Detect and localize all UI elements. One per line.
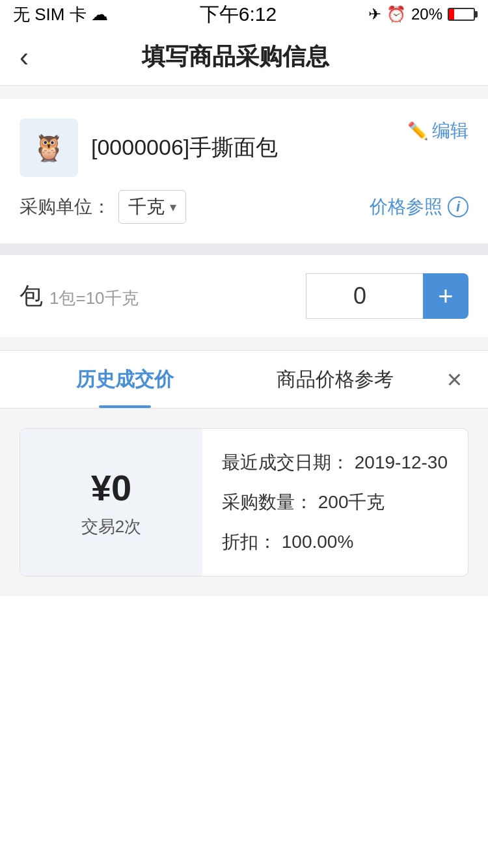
history-left-panel: ¥0 交易2次 — [20, 429, 202, 576]
price-ref-button[interactable]: 价格参照 i — [370, 195, 468, 219]
recent-date-value: 2019-12-30 — [355, 452, 448, 472]
history-section: ¥0 交易2次 最近成交日期： 2019-12-30 采购数量： 200千克 折… — [0, 409, 488, 596]
product-bottom-row: 采购单位： 千克 ▾ 价格参照 i — [20, 190, 468, 224]
purchase-qty-value: 200千克 — [318, 492, 385, 512]
purchase-qty-row: 采购数量： 200千克 — [222, 488, 448, 517]
status-time: 下午6:12 — [200, 1, 277, 28]
status-bar: 无 SIM 卡 ☁ 下午6:12 ✈ ⏰ 20% — [0, 0, 488, 29]
tab-price-ref-label: 商品价格参考 — [277, 366, 394, 393]
status-left: 无 SIM 卡 ☁ — [13, 3, 108, 26]
nav-bar: ‹ 填写商品采购信息 — [0, 29, 488, 86]
history-card: ¥0 交易2次 最近成交日期： 2019-12-30 采购数量： 200千克 折… — [20, 428, 468, 576]
product-left: 🦉 [0000006]手撕面包 — [20, 118, 278, 177]
quantity-input[interactable] — [306, 273, 423, 319]
history-right-panel: 最近成交日期： 2019-12-30 采购数量： 200千克 折扣： 100.0… — [202, 429, 468, 576]
page-title: 填写商品采购信息 — [42, 41, 429, 73]
page-bottom — [0, 596, 488, 868]
product-name: [0000006]手撕面包 — [91, 133, 278, 163]
alarm-icon: ⏰ — [386, 5, 406, 23]
quantity-row: 包 1包=10千克 + — [0, 255, 488, 337]
tab-active-indicator — [99, 405, 151, 408]
section-divider — [0, 243, 488, 255]
recent-date-label: 最近成交日期： — [222, 452, 349, 472]
unit-select[interactable]: 千克 ▾ — [118, 190, 186, 224]
history-trades: 交易2次 — [81, 515, 141, 538]
tab-history-price[interactable]: 历史成交价 — [20, 351, 230, 408]
history-price: ¥0 — [91, 467, 131, 509]
unit-value: 千克 — [128, 195, 165, 219]
tab-close-button[interactable]: × — [441, 365, 468, 394]
discount-row: 折扣： 100.00% — [222, 528, 448, 557]
quantity-plus-button[interactable]: + — [423, 273, 468, 319]
discount-value: 100.00% — [282, 532, 354, 552]
back-button[interactable]: ‹ — [20, 42, 42, 73]
edit-icon: ✏️ — [407, 121, 428, 141]
product-logo: 🦉 — [20, 118, 78, 177]
battery-percent: 20% — [411, 5, 442, 23]
tab-price-reference[interactable]: 商品价格参考 — [230, 351, 440, 408]
unit-label-text: 采购单位： — [20, 195, 111, 219]
purchase-qty-label: 采购数量： — [222, 492, 313, 512]
price-ref-label: 价格参照 — [370, 195, 442, 219]
tab-history-label: 历史成交价 — [76, 366, 174, 393]
discount-label: 折扣： — [222, 532, 277, 552]
edit-label: 编辑 — [432, 118, 468, 143]
location-icon: ✈ — [368, 5, 381, 23]
info-circle-icon: i — [448, 197, 468, 217]
edit-button[interactable]: ✏️ 编辑 — [407, 118, 468, 143]
quantity-controls: + — [306, 273, 468, 319]
unit-label-group: 包 1包=10千克 — [20, 280, 139, 312]
chevron-down-icon: ▾ — [170, 199, 176, 215]
unit-sub: 1包=10千克 — [49, 287, 139, 310]
battery-icon — [448, 8, 475, 21]
product-top-row: 🦉 [0000006]手撕面包 ✏️ 编辑 — [20, 118, 468, 177]
logo-icon: 🦉 — [33, 133, 65, 163]
unit-main: 包 — [20, 280, 43, 312]
unit-row: 采购单位： 千克 ▾ — [20, 190, 186, 224]
product-card: 🦉 [0000006]手撕面包 ✏️ 编辑 采购单位： 千克 ▾ 价格参照 i — [0, 99, 488, 243]
status-right: ✈ ⏰ 20% — [368, 5, 475, 23]
recent-date-row: 最近成交日期： 2019-12-30 — [222, 448, 448, 478]
tab-bar: 历史成交价 商品价格参考 × — [0, 350, 488, 409]
